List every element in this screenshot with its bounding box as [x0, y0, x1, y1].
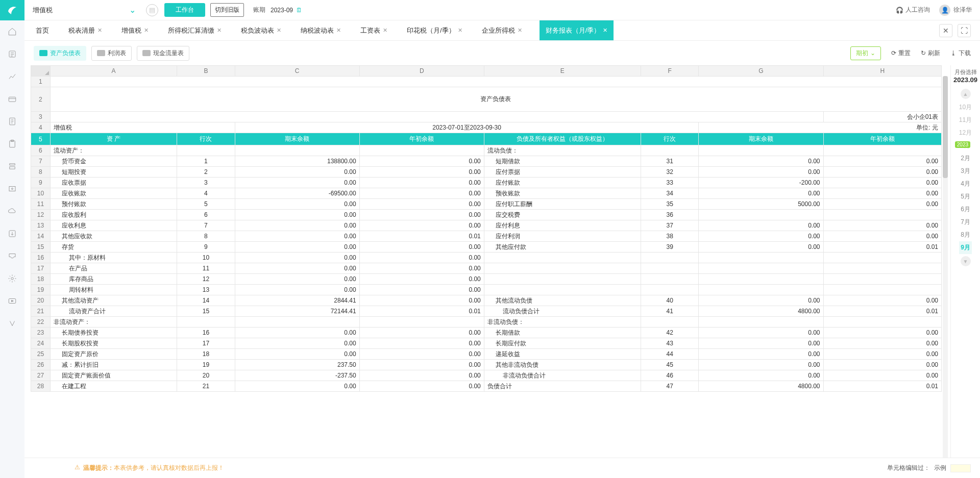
cell-row-right[interactable]: 35: [641, 199, 699, 210]
period-initial-dropdown[interactable]: 期初 ⌄: [850, 46, 881, 60]
cell-liab-name[interactable]: 递延收益: [484, 349, 641, 360]
cell-end-right[interactable]: 0.00: [699, 328, 823, 338]
doc-circle-button[interactable]: ▤: [146, 4, 158, 16]
cell-row-left[interactable]: 2: [177, 167, 235, 178]
row-number[interactable]: 23: [31, 328, 51, 338]
cell-begin-left[interactable]: 0.00: [359, 338, 484, 349]
cell-row-right[interactable]: 33: [641, 178, 699, 188]
cell-row-left[interactable]: 3: [177, 178, 235, 188]
workbench-button[interactable]: 工作台: [164, 3, 205, 17]
col-header[interactable]: D: [359, 66, 484, 77]
cell-liab-name[interactable]: [484, 263, 641, 274]
close-all-tabs-button[interactable]: ✕: [939, 24, 952, 37]
cell-row-right[interactable]: [641, 317, 699, 328]
cell-end-left[interactable]: 0.00: [235, 231, 359, 242]
cell-row-right[interactable]: [641, 253, 699, 263]
cell-row-left[interactable]: 8: [177, 231, 235, 242]
cell-begin-left[interactable]: 0.00: [359, 188, 484, 199]
cell-asset-name[interactable]: 应收票据: [50, 178, 177, 188]
cell-begin-left[interactable]: 0.00: [359, 178, 484, 188]
cell-row-left[interactable]: 6: [177, 210, 235, 220]
cell-begin-right[interactable]: [823, 145, 941, 156]
row-number[interactable]: 22: [31, 317, 51, 328]
cell-begin-left[interactable]: 0.00: [359, 253, 484, 263]
cell-begin-left[interactable]: 0.00: [359, 370, 484, 381]
nav-inbox-icon[interactable]: [0, 245, 24, 267]
cell-end-right[interactable]: 0.00: [699, 156, 823, 167]
row-number[interactable]: 28: [31, 381, 51, 392]
cell-end-left[interactable]: -237.50: [235, 370, 359, 381]
cell-row-left[interactable]: 1: [177, 156, 235, 167]
row-number[interactable]: 4: [31, 122, 51, 133]
cell-row-right[interactable]: [641, 145, 699, 156]
cell-asset-name[interactable]: 预付账款: [50, 199, 177, 210]
cell-row-right[interactable]: 34: [641, 188, 699, 199]
cell-end-right[interactable]: 0.00: [699, 242, 823, 253]
row-number[interactable]: 9: [31, 178, 51, 188]
cell-row-left[interactable]: [177, 145, 235, 156]
cell-row-right[interactable]: 32: [641, 167, 699, 178]
cell-begin-left[interactable]: 0.00: [359, 210, 484, 220]
month-item[interactable]: 11月: [959, 114, 972, 127]
row-number[interactable]: 21: [31, 306, 51, 317]
cell-begin-right[interactable]: 0.00: [823, 220, 941, 231]
cell-begin-left[interactable]: 0.01: [359, 231, 484, 242]
main-tab[interactable]: 税负波动表✕: [239, 20, 283, 40]
cell-row-right[interactable]: 45: [641, 360, 699, 370]
col-header[interactable]: C: [235, 66, 359, 77]
cell-begin-left[interactable]: 0.00: [359, 328, 484, 338]
cell-liab-name[interactable]: 其他非流动负债: [484, 360, 641, 370]
row-number[interactable]: 26: [31, 360, 51, 370]
cell-row-left[interactable]: 13: [177, 285, 235, 295]
row-number[interactable]: 5: [31, 133, 51, 145]
cell-begin-right[interactable]: 0.00: [823, 156, 941, 167]
report-sub-tab[interactable]: 利润表: [91, 46, 132, 61]
col-header[interactable]: A: [50, 66, 177, 77]
cell-row-right[interactable]: [641, 274, 699, 285]
row-number[interactable]: 16: [31, 253, 51, 263]
cell-liab-name[interactable]: 预收账款: [484, 188, 641, 199]
cell-liab-name[interactable]: 应交税费: [484, 210, 641, 220]
cell-row-left[interactable]: 17: [177, 338, 235, 349]
tab-close-icon[interactable]: ✕: [217, 27, 222, 34]
tab-close-icon[interactable]: ✕: [518, 27, 522, 34]
cell-begin-left[interactable]: 0.00: [359, 156, 484, 167]
cell-asset-name[interactable]: 其他应收款: [50, 231, 177, 242]
cell-liab-name[interactable]: 应付职工薪酬: [484, 199, 641, 210]
cell-row-left[interactable]: 16: [177, 328, 235, 338]
row-number[interactable]: 2: [31, 87, 51, 112]
cell-row-left[interactable]: 10: [177, 253, 235, 263]
cell-end-left[interactable]: 138800.00: [235, 156, 359, 167]
cell[interactable]: [50, 112, 823, 122]
cell-end-right[interactable]: 5000.00: [699, 199, 823, 210]
cell-asset-name[interactable]: 长期股权投资: [50, 338, 177, 349]
cell-row-left[interactable]: 5: [177, 199, 235, 210]
cell-liab-name[interactable]: 负债合计: [484, 381, 641, 392]
cell-end-right[interactable]: [699, 274, 823, 285]
cell-row-left[interactable]: 14: [177, 295, 235, 306]
row-number[interactable]: 27: [31, 370, 51, 381]
cell-end-left[interactable]: 0.00: [235, 349, 359, 360]
cell-begin-left[interactable]: 0.00: [359, 242, 484, 253]
row-number[interactable]: 10: [31, 188, 51, 199]
cell[interactable]: [50, 77, 941, 87]
main-tab[interactable]: 首页: [34, 20, 51, 40]
cell-end-left[interactable]: 0.00: [235, 220, 359, 231]
cell-end-left[interactable]: 237.50: [235, 360, 359, 370]
cell-begin-right[interactable]: 0.00: [823, 188, 941, 199]
app-logo[interactable]: [0, 0, 24, 20]
row-number[interactable]: 25: [31, 349, 51, 360]
cell-begin-right[interactable]: [823, 210, 941, 220]
cell-liab-name[interactable]: [484, 285, 641, 295]
cell-row-left[interactable]: 4: [177, 188, 235, 199]
main-tab[interactable]: 纳税波动表✕: [299, 20, 343, 40]
nav-cloud-icon[interactable]: [0, 200, 24, 222]
cell-end-right[interactable]: [699, 317, 823, 328]
main-tab[interactable]: 所得税汇算清缴✕: [166, 20, 224, 40]
cell-end-right[interactable]: [699, 145, 823, 156]
cell-begin-right[interactable]: 0.00: [823, 360, 941, 370]
cell-row-left[interactable]: 12: [177, 274, 235, 285]
cell-end-right[interactable]: 4800.00: [699, 306, 823, 317]
main-tab[interactable]: 工资表✕: [358, 20, 389, 40]
cell-row-right[interactable]: 37: [641, 220, 699, 231]
